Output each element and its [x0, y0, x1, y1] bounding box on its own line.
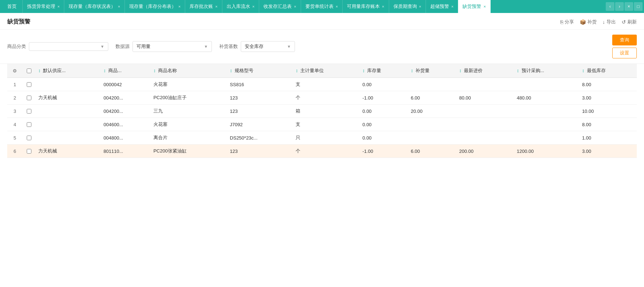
cell-stock: -1.00: [360, 145, 408, 158]
th-sort-icon-5: ↕: [296, 68, 298, 73]
share-button[interactable]: ⎘ 分享: [560, 19, 574, 25]
category-select[interactable]: ▼: [29, 42, 108, 51]
th-sort-icon-2: ↕: [104, 68, 106, 73]
cell-replenish: 20.00: [408, 105, 456, 118]
th-latest-price-label: 最新进价: [464, 68, 483, 73]
cell-min-stock: 1.00: [579, 131, 637, 145]
th-checkbox: [22, 64, 35, 78]
th-unit: ↕ 主计量单位: [293, 64, 360, 78]
share-label: 分享: [565, 19, 574, 25]
cell-replenish: 6.00: [408, 91, 456, 105]
cell-min-stock: 8.00: [579, 118, 637, 131]
tab-maximize[interactable]: □: [634, 2, 643, 11]
settings-button[interactable]: 设置: [612, 48, 637, 58]
query-button[interactable]: 查询: [612, 35, 637, 45]
select-all-checkbox[interactable]: [27, 69, 31, 73]
row-checkbox[interactable]: [27, 122, 31, 127]
tab-close-icon[interactable]: ×: [382, 4, 384, 9]
cell-checkbox: [22, 91, 35, 105]
refresh-button[interactable]: ↺ 刷新: [622, 19, 637, 25]
cell-product-name: 三九: [151, 105, 227, 118]
tab-label: 收发存汇总表: [264, 3, 292, 10]
row-checkbox[interactable]: [27, 82, 31, 87]
tab-close-icon[interactable]: ×: [419, 4, 421, 9]
tab-close-icon[interactable]: ×: [178, 4, 180, 9]
datasource-select[interactable]: 可用量 ▼: [132, 41, 212, 52]
row-checkbox[interactable]: [27, 149, 31, 154]
table-row: 4 004600... 火花塞 J7092 支 0.00 8.00: [7, 118, 637, 131]
tab-label: 首页: [7, 3, 17, 10]
replenish-base-select[interactable]: 安全库存 ▼: [241, 41, 295, 52]
cell-replenish: 6.00: [408, 145, 456, 158]
tab-scroll-right[interactable]: ›: [615, 2, 624, 11]
datasource-dropdown-icon: ▼: [204, 44, 208, 49]
tab-label: 现存量（库存分布表）: [129, 3, 176, 10]
cell-min-stock: 3.00: [579, 145, 637, 158]
row-checkbox[interactable]: [27, 136, 31, 140]
table-body: 1 0000042 火花塞 SS816 支 0.00 8.00 2 力天机械 0…: [7, 78, 637, 158]
tab-scroll-left[interactable]: ‹: [606, 2, 614, 11]
cell-spec: 123: [227, 105, 293, 118]
cell-unit: 只: [293, 131, 360, 145]
cell-stock: 0.00: [360, 118, 408, 131]
replenish-icon: 📦: [580, 19, 586, 25]
th-product-code-label: 商品...: [108, 68, 122, 73]
th-min-stock-label: 最低库存: [587, 68, 606, 73]
tab-label: 保质期查询: [393, 3, 417, 10]
tab-overstock[interactable]: 超储预警×: [426, 0, 458, 13]
th-product-name-label: 商品名称: [158, 68, 177, 73]
tab-available-ledger[interactable]: 可用量库存账本×: [343, 0, 389, 13]
th-replenish-label: 补货量: [415, 68, 430, 73]
cell-latest-price: [456, 78, 514, 91]
replenish-button[interactable]: 📦 补货: [580, 19, 597, 25]
cell-checkbox: [22, 131, 35, 145]
refresh-label: 刷新: [627, 19, 637, 25]
cell-unit: 个: [293, 145, 360, 158]
th-sort-icon-6: ↕: [362, 68, 365, 73]
tab-close-icon[interactable]: ×: [451, 4, 453, 9]
cell-checkbox: [22, 78, 35, 91]
cell-checkbox: [22, 105, 35, 118]
row-checkbox[interactable]: [27, 96, 31, 100]
settings-gear-icon[interactable]: ⚙: [13, 68, 17, 74]
cell-unit: 个: [293, 91, 360, 105]
table-row: 3 004200... 三九 123 箱 0.00 20.00 10.00: [7, 105, 637, 118]
th-product-code: ↕ 商品...: [101, 64, 151, 78]
cell-stock: 0.00: [360, 131, 408, 145]
replenish-label: 补货: [587, 19, 597, 25]
replenish-base-filter-group: 补货基数 安全库存 ▼: [219, 41, 295, 52]
table-row: 2 力天机械 004200... PC200油缸庄子 123 个 -1.00 6…: [7, 91, 637, 105]
row-checkbox[interactable]: [27, 109, 31, 114]
tab-close-icon[interactable]: ×: [118, 4, 120, 9]
tab-close-icon[interactable]: ×: [294, 4, 296, 9]
tab-shortage[interactable]: 缺货预警×: [458, 0, 490, 13]
table-row: 1 0000042 火花塞 SS816 支 0.00 8.00: [7, 78, 637, 91]
th-estimated-purchase-label: 预计采购...: [522, 68, 544, 73]
tab-close-icon[interactable]: ×: [336, 4, 338, 9]
tab-close-all[interactable]: ×: [625, 2, 633, 11]
tab-close-icon[interactable]: ×: [215, 4, 217, 9]
export-button[interactable]: ↓ 导出: [602, 19, 616, 25]
tab-home[interactable]: 首页: [1, 0, 23, 13]
page-title: 缺货预警: [7, 18, 30, 26]
tab-order-stat[interactable]: 要货单统计表×: [301, 0, 343, 13]
cell-latest-price: [456, 118, 514, 131]
tab-inout-flow[interactable]: 出入库流水×: [222, 0, 259, 13]
tab-exception[interactable]: 拣货异常处理×: [23, 0, 64, 13]
tab-inventory-dist[interactable]: 现存量（库存分布表）×: [125, 0, 185, 13]
cell-stock: 0.00: [360, 105, 408, 118]
cell-index: 6: [7, 145, 22, 158]
tab-inventory-status[interactable]: 现存量（库存状况表）×: [64, 0, 125, 13]
tab-batch-account[interactable]: 库存批次账×: [185, 0, 222, 13]
tab-close-icon[interactable]: ×: [57, 4, 60, 9]
tab-receipt-summary[interactable]: 收发存汇总表×: [259, 0, 301, 13]
share-icon: ⎘: [560, 19, 563, 25]
tab-close-icon[interactable]: ×: [252, 4, 254, 9]
tab-nav-buttons: ‹ › × □: [606, 2, 643, 11]
tab-close-icon[interactable]: ×: [483, 4, 486, 9]
tab-expiry-query[interactable]: 保质期查询×: [389, 0, 426, 13]
cell-product-name: PC200张紧油缸: [151, 145, 227, 158]
table-wrapper: ⚙ ↕ 默认供应... ↕ 商品...: [0, 64, 644, 158]
cell-estimated-purchase: [514, 78, 579, 91]
refresh-icon: ↺: [622, 19, 626, 25]
